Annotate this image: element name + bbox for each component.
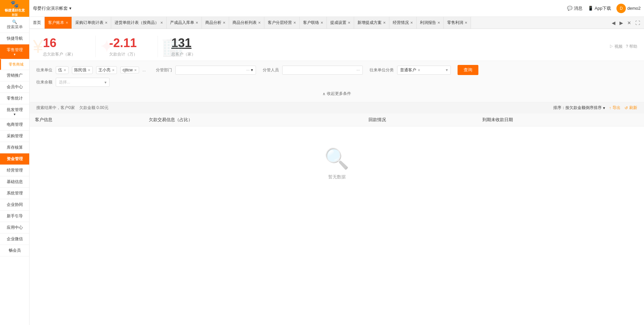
sidebar-item-retail-stats[interactable]: 零售统计 bbox=[0, 93, 29, 104]
sidebar: 🐾 畅捷通好生意 标版 🔍 搜索菜单 快捷导航 零售管理 ▼ 零售商城 营销推广… bbox=[0, 0, 30, 325]
sidebar-item-basic-info[interactable]: 基础信息 bbox=[0, 176, 29, 188]
tab-close-icon[interactable]: ✕ bbox=[223, 21, 225, 25]
sidebar-item-search[interactable]: 🔍 搜索菜单 bbox=[0, 17, 29, 33]
remove-tag-wu[interactable]: ✕ bbox=[63, 68, 66, 72]
user-label: demo2 bbox=[627, 6, 641, 11]
sidebar-item-member[interactable]: 会员中心 bbox=[0, 81, 29, 93]
sidebar-item-ecommerce[interactable]: 电商管理 bbox=[0, 119, 29, 131]
refresh-button[interactable]: ↺ 刷新 bbox=[625, 105, 637, 111]
tab-home[interactable]: 首页 bbox=[30, 17, 45, 29]
logo-text: 畅捷通好生意 bbox=[5, 8, 25, 13]
tab-product-instock[interactable]: 产成品入库单 ✕ bbox=[167, 17, 202, 29]
tab-raise-settings[interactable]: 提成设置 ✕ bbox=[327, 17, 354, 29]
remove-tag-cjttcw[interactable]: ✕ bbox=[134, 68, 137, 72]
video-help-button[interactable]: ▷ 视频 bbox=[609, 44, 622, 49]
filter-row-1: 往来单位 伍 ✕ 陈民强 ✕ 王小亮 ✕ cjttcw ✕ ... bbox=[36, 65, 637, 75]
balance-selector[interactable]: 选择... ▾ bbox=[56, 78, 110, 87]
tab-prev-icon[interactable]: ◀ bbox=[610, 20, 617, 26]
tab-stock-table[interactable]: 进货单统计表（按商品） ✕ bbox=[111, 17, 167, 29]
sidebar-item-vip-member[interactable]: 畅会员 bbox=[0, 245, 29, 256]
remove-unit-class[interactable]: ✕ bbox=[418, 68, 420, 72]
sidebar-item-system[interactable]: 系统管理 bbox=[0, 188, 29, 199]
tab-close-icon[interactable]: ✕ bbox=[105, 21, 108, 25]
tab-close-icon[interactable]: ✕ bbox=[465, 21, 467, 25]
overdue-customers-number: 16 bbox=[43, 36, 56, 50]
account-selector[interactable]: 母婴行业演示帐套 ▾ bbox=[33, 5, 72, 11]
sidebar-item-new-guide[interactable]: 新手引导 bbox=[0, 211, 29, 222]
stat-total-customers: 🏢 131 总客户（家） bbox=[158, 36, 216, 57]
help-button[interactable]: ? 帮助 bbox=[626, 44, 637, 49]
tab-close-icon[interactable]: ✕ bbox=[383, 21, 386, 25]
tab-next-icon[interactable]: ▶ bbox=[618, 20, 625, 26]
export-button[interactable]: ↑ 导出 bbox=[609, 105, 620, 111]
help-icon: ? bbox=[626, 44, 628, 49]
app-download-button[interactable]: 📱 App下载 bbox=[588, 5, 611, 11]
tab-close-icon[interactable]: ✕ bbox=[320, 21, 323, 25]
more-tags-button[interactable]: ... bbox=[142, 68, 146, 72]
dept-selector[interactable]: ··· ▾ bbox=[175, 66, 256, 75]
sort-arrow-icon: ▾ bbox=[603, 106, 605, 110]
remove-tag-wang[interactable]: ✕ bbox=[112, 68, 115, 72]
search-result-bar-right: 排序：按欠款金额倒序排序 ▾ ↑ 导出 ↺ 刷新 bbox=[553, 105, 637, 111]
empty-state: 🔍 暂无数据 bbox=[30, 127, 644, 200]
tab-retail-profit[interactable]: 零售利润 ✕ bbox=[444, 17, 471, 29]
tab-close-icon[interactable]: ✕ bbox=[293, 21, 296, 25]
tab-business-status[interactable]: 经营情况 ✕ bbox=[389, 17, 417, 29]
tab-close-all-icon[interactable]: ✕ bbox=[626, 20, 633, 26]
tab-profit-report[interactable]: 利润报告 ✕ bbox=[417, 17, 444, 29]
app-logo: 🐾 畅捷通好生意 标版 bbox=[0, 0, 29, 17]
tabbar-controls: ◀ ▶ ✕ ⛶ bbox=[608, 20, 644, 26]
tab-customer-contact[interactable]: 客户联络 ✕ bbox=[300, 17, 327, 29]
sidebar-item-quick-nav[interactable]: 快捷导航 bbox=[0, 33, 29, 44]
user-menu[interactable]: D demo2 bbox=[616, 4, 641, 13]
sort-dropdown[interactable]: 排序：按欠款金额倒序排序 ▾ bbox=[553, 105, 605, 111]
tab-product-analysis[interactable]: 商品分析 ✕ bbox=[202, 17, 229, 29]
sidebar-item-enterprise[interactable]: 企业协同 bbox=[0, 199, 29, 211]
topbar: 母婴行业演示帐套 ▾ 💬 消息 📱 App下载 D demo2 bbox=[30, 0, 644, 17]
sidebar-item-finance[interactable]: 资金管理 bbox=[0, 153, 29, 165]
tab-product-analysis-list[interactable]: 商品分析列表 ✕ bbox=[229, 17, 264, 29]
sidebar-item-app-center[interactable]: 应用中心 bbox=[0, 222, 29, 233]
tab-customer-accounts[interactable]: 客户账本 ✕ bbox=[45, 17, 72, 29]
logo-sub: 标版 bbox=[12, 13, 18, 17]
refresh-icon: ↺ bbox=[625, 106, 628, 110]
tab-fullscreen-icon[interactable]: ⛶ bbox=[634, 20, 641, 26]
person-selector[interactable]: ··· bbox=[282, 66, 363, 75]
tab-close-icon[interactable]: ✕ bbox=[437, 21, 440, 25]
stats-help: ▷ 视频 ? 帮助 bbox=[609, 44, 644, 49]
tab-close-icon[interactable]: ✕ bbox=[196, 21, 198, 25]
sidebar-item-retail-mall[interactable]: 零售商城 bbox=[0, 59, 29, 70]
filter-tag-wu: 伍 ✕ bbox=[56, 66, 69, 74]
tab-close-icon[interactable]: ✕ bbox=[66, 21, 68, 25]
balance-filter-label: 往来余额 bbox=[36, 79, 52, 85]
sidebar-item-retail[interactable]: 零售管理 ▼ bbox=[0, 44, 29, 59]
tab-customer-tier[interactable]: 客户分层经营 ✕ bbox=[264, 17, 300, 29]
remove-tag-chen[interactable]: ✕ bbox=[88, 68, 90, 72]
unit-filter-label: 往来单位 bbox=[36, 67, 52, 73]
tab-close-icon[interactable]: ✕ bbox=[258, 21, 261, 25]
tab-new-raise-plan[interactable]: 新增提成方案 ✕ bbox=[354, 17, 389, 29]
sidebar-item-inventory[interactable]: 库存核算 bbox=[0, 142, 29, 153]
sidebar-item-marketing[interactable]: 营销推广 bbox=[0, 70, 29, 81]
sidebar-item-operation[interactable]: 经营管理 bbox=[0, 165, 29, 176]
tab-purchase-order[interactable]: 采购订单统计表 ✕ bbox=[72, 17, 111, 29]
balance-arrow-icon: ▾ bbox=[104, 80, 106, 85]
dept-filter-label: 分管部门 bbox=[156, 67, 172, 73]
query-button[interactable]: 查询 bbox=[458, 65, 478, 75]
tab-close-icon[interactable]: ✕ bbox=[160, 21, 163, 25]
tab-close-icon[interactable]: ✕ bbox=[348, 21, 350, 25]
balance-placeholder: 选择... bbox=[59, 79, 70, 85]
export-icon: ↑ bbox=[609, 106, 611, 110]
unit-class-selector[interactable]: 普通客户 ✕ ▾ bbox=[397, 66, 451, 75]
collapse-filters-button[interactable]: ∧ 收起更多条件 bbox=[36, 89, 637, 98]
message-button[interactable]: 💬 消息 bbox=[567, 5, 583, 11]
sidebar-item-purchase[interactable]: 采购管理 bbox=[0, 131, 29, 142]
sidebar-item-wholesale[interactable]: 批发管理 ▼ bbox=[0, 104, 29, 119]
tab-close-icon[interactable]: ✕ bbox=[410, 21, 413, 25]
data-table: 客户信息 欠款交易信息（占比） 回款情况 到期未收款日期 bbox=[30, 113, 644, 127]
filter-tag-chen: 陈民强 ✕ bbox=[72, 66, 93, 74]
main-area: 母婴行业演示帐套 ▾ 💬 消息 📱 App下载 D demo2 首页 客户账本 bbox=[30, 0, 644, 325]
unit-class-tag: 普通客户 ✕ bbox=[400, 67, 420, 73]
stats-row: ¥ 16 总欠款客户（家） ✦ -2.11 欠款合计（万） 🏢 131 总客户（… bbox=[30, 29, 644, 61]
sidebar-item-enterprise-wechat[interactable]: 企业微信 bbox=[0, 233, 29, 245]
